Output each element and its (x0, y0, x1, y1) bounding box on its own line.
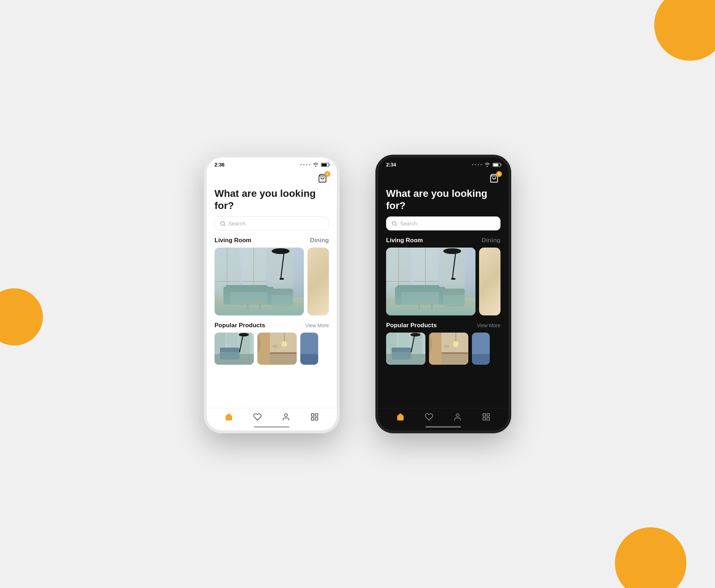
svg-rect-92 (483, 414, 485, 416)
nav-favorites-light[interactable] (253, 413, 262, 421)
popular-header-dark: Popular Products View More (378, 322, 508, 333)
svg-rect-22 (280, 278, 284, 280)
svg-point-69 (443, 248, 461, 254)
category-row-light (207, 248, 337, 322)
signal-dot-d4 (480, 164, 482, 165)
nav-favorites-dark[interactable] (425, 413, 433, 421)
svg-rect-17 (243, 302, 265, 305)
svg-rect-19 (259, 304, 261, 309)
svg-point-39 (281, 341, 287, 347)
heading-light: What are you looking for? (207, 185, 337, 216)
product-image-2-light (257, 333, 297, 365)
living-room-card-dark[interactable] (386, 248, 475, 315)
svg-rect-35 (270, 352, 297, 354)
svg-rect-15 (272, 292, 293, 307)
signal-dot-1 (300, 164, 302, 165)
phone-light: 2:36 (204, 155, 340, 433)
bottom-nav-light (207, 408, 337, 424)
battery-fill (322, 164, 327, 166)
decorative-circle-left (0, 288, 43, 345)
living-room-image-light (214, 248, 304, 315)
battery-icon (321, 163, 329, 167)
nav-home-light[interactable] (225, 413, 233, 421)
search-bar-dark[interactable]: Search (386, 216, 500, 230)
product-image-3-dark (472, 333, 490, 365)
decorative-circle-top-right (654, 0, 715, 61)
svg-rect-66 (418, 304, 420, 309)
svg-rect-47 (315, 418, 318, 420)
svg-rect-45 (315, 414, 318, 416)
phones-container: 2:36 (204, 155, 511, 433)
top-bar-light: 0 (207, 170, 337, 185)
svg-rect-42 (300, 354, 318, 365)
category-header-dark: Living Room Dining (378, 237, 508, 248)
svg-rect-53 (440, 248, 465, 315)
products-row-dark (378, 333, 508, 368)
nav-grid-light[interactable] (310, 413, 319, 421)
svg-point-91 (456, 414, 459, 417)
product-card-1-light[interactable] (214, 333, 254, 365)
product-card-1-dark[interactable] (386, 333, 425, 365)
dining-label-dark: Dining (482, 237, 500, 244)
home-indicator-light (207, 424, 337, 430)
svg-rect-58 (386, 298, 475, 315)
svg-point-43 (285, 414, 287, 417)
heading-dark: What are you looking for? (378, 185, 508, 216)
nav-profile-dark[interactable] (453, 413, 462, 421)
nav-home-dark[interactable] (396, 413, 405, 421)
product-card-3-dark[interactable] (472, 333, 490, 365)
home-bar-dark (425, 426, 461, 428)
home-indicator-dark (378, 424, 508, 430)
search-placeholder-light: Search (228, 220, 246, 226)
grid-icon-light (310, 413, 319, 421)
battery-fill-dark (493, 164, 498, 166)
svg-rect-95 (487, 418, 489, 420)
cart-button-dark[interactable]: 0 (488, 172, 500, 185)
svg-rect-5 (268, 248, 293, 315)
signal-dot-d3 (478, 164, 479, 165)
time-light: 2:36 (214, 162, 225, 168)
svg-point-85 (444, 345, 449, 348)
popular-title-dark: Popular Products (386, 322, 437, 329)
living-room-label-light: Living Room (214, 237, 251, 244)
living-room-card-light[interactable] (214, 248, 304, 315)
heart-icon-dark (425, 413, 433, 421)
view-more-dark[interactable]: View More (477, 323, 500, 328)
svg-rect-10 (214, 298, 304, 315)
dining-card-partial-dark[interactable] (479, 248, 500, 315)
svg-point-87 (453, 341, 459, 347)
product-card-2-dark[interactable] (429, 333, 468, 365)
svg-rect-88 (455, 347, 457, 348)
nav-profile-light[interactable] (282, 413, 290, 421)
svg-rect-93 (487, 414, 489, 416)
product-card-3-light[interactable] (300, 333, 318, 365)
wifi-icon (313, 163, 319, 167)
svg-point-37 (272, 345, 278, 348)
products-row-light (207, 333, 337, 368)
search-bar-light[interactable]: Search (214, 216, 329, 230)
user-icon-light (282, 413, 290, 421)
home-icon-light (225, 413, 233, 421)
svg-rect-62 (439, 287, 445, 305)
user-icon-dark (453, 413, 462, 421)
dining-card-partial-light[interactable] (307, 248, 329, 315)
view-more-light[interactable]: View More (305, 323, 329, 328)
search-icon-dark (391, 221, 397, 226)
signal-dot-2 (303, 164, 305, 165)
product-image-2-dark (429, 333, 468, 365)
svg-rect-65 (415, 302, 436, 305)
cart-button-light[interactable]: 0 (316, 172, 329, 185)
svg-rect-59 (397, 289, 440, 305)
svg-rect-70 (451, 278, 455, 280)
grid-icon-dark (482, 413, 490, 421)
svg-rect-12 (225, 285, 268, 292)
svg-rect-14 (267, 287, 273, 305)
search-icon-light (220, 221, 226, 226)
signal-dot-d2 (475, 164, 476, 165)
svg-point-31 (239, 333, 249, 337)
product-card-2-light[interactable] (257, 333, 297, 365)
svg-rect-29 (220, 348, 240, 352)
nav-grid-dark[interactable] (482, 413, 490, 421)
phone-dark: 2:34 (375, 155, 511, 433)
dining-label-light: Dining (310, 237, 329, 244)
